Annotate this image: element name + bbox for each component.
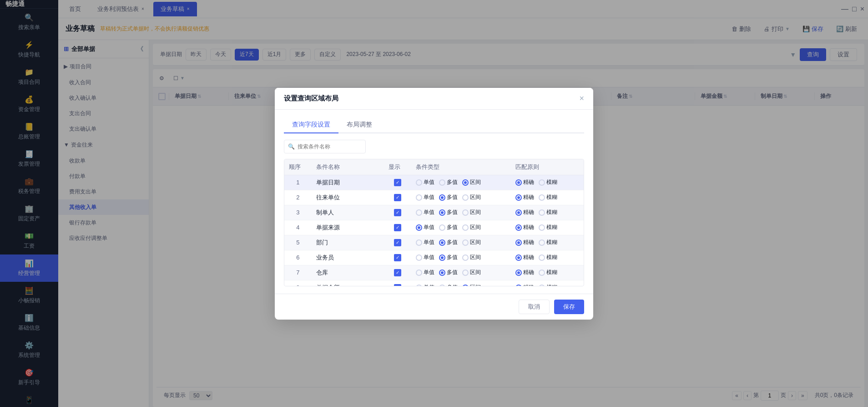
radio-match-label: 精确 (523, 193, 534, 201)
radio-match-精确[interactable]: 精确 (515, 193, 534, 201)
radio-match-模糊[interactable]: 模糊 (539, 239, 557, 246)
show-checkbox[interactable]: ✓ (394, 179, 401, 186)
td-show[interactable]: ✓ (384, 250, 411, 265)
radio-match-模糊[interactable]: 模糊 (539, 224, 557, 231)
cancel-button[interactable]: 取消 (519, 300, 550, 314)
td-type: 单值多值区间 (411, 220, 511, 235)
radio-type-区间[interactable]: 区间 (462, 269, 481, 276)
td-show[interactable]: ✓ (384, 280, 411, 286)
td-name: 单据金额 (312, 280, 384, 286)
radio-match-模糊[interactable]: 模糊 (539, 269, 557, 276)
radio-match-精确[interactable]: 精确 (515, 178, 534, 186)
radio-match-精确[interactable]: 精确 (515, 284, 534, 286)
show-checkbox[interactable]: ✓ (394, 284, 401, 286)
save-modal-button[interactable]: 保存 (554, 300, 584, 314)
td-match: 精确模糊 (511, 250, 584, 265)
radio-match-精确[interactable]: 精确 (515, 254, 534, 261)
radio-match-精确[interactable]: 精确 (515, 209, 534, 216)
td-type: 单值多值区间 (411, 280, 511, 286)
radio-match-label: 精确 (523, 209, 534, 216)
radio-type-单值[interactable]: 单值 (416, 254, 434, 261)
radio-match-精确[interactable]: 精确 (515, 269, 534, 276)
show-checkbox[interactable]: ✓ (394, 224, 401, 231)
modal-table-wrap: 顺序 条件名称 显示 条件类型 匹配原则 1单据日期✓单值多值区间精确模糊2往来… (284, 159, 584, 286)
radio-type-单值[interactable]: 单值 (416, 269, 434, 276)
search-input[interactable] (298, 143, 362, 150)
radio-type-区间[interactable]: 区间 (462, 193, 481, 201)
radio-label: 多值 (447, 269, 458, 276)
td-show[interactable]: ✓ (384, 265, 411, 280)
radio-match-模糊[interactable]: 模糊 (539, 209, 557, 216)
radio-type-区间[interactable]: 区间 (462, 224, 481, 231)
modal-tabs: 查询字段设置 布局调整 (284, 117, 584, 133)
radio-label: 区间 (470, 178, 481, 186)
radio-type-多值[interactable]: 多值 (439, 269, 458, 276)
modal-close-button[interactable]: × (579, 94, 584, 103)
radio-match-label: 精确 (523, 224, 534, 231)
td-seq: 2 (284, 190, 312, 205)
show-checkbox[interactable]: ✓ (394, 194, 401, 201)
radio-match-label: 精确 (523, 269, 534, 276)
radio-match-label: 模糊 (546, 224, 557, 231)
radio-match-label: 精确 (523, 284, 534, 286)
radio-type-多值[interactable]: 多值 (439, 209, 458, 216)
search-icon-modal: 🔍 (288, 143, 295, 150)
td-show[interactable]: ✓ (384, 205, 411, 220)
radio-type-区间[interactable]: 区间 (462, 284, 481, 286)
td-name: 单据日期 (312, 175, 384, 190)
radio-type-多值[interactable]: 多值 (439, 254, 458, 261)
td-show[interactable]: ✓ (384, 190, 411, 205)
td-name: 单据来源 (312, 220, 384, 235)
radio-type-多值[interactable]: 多值 (439, 239, 458, 246)
radio-label: 单值 (424, 284, 434, 286)
show-checkbox[interactable]: ✓ (394, 269, 401, 276)
radio-label: 单值 (424, 209, 434, 216)
td-seq: 7 (284, 265, 312, 280)
radio-match-模糊[interactable]: 模糊 (539, 193, 557, 201)
radio-type-区间[interactable]: 区间 (462, 254, 481, 261)
radio-type-区间[interactable]: 区间 (462, 239, 481, 246)
radio-match-label: 精确 (523, 239, 534, 246)
radio-type-多值[interactable]: 多值 (439, 178, 458, 186)
modal-title: 设置查询区域布局 (284, 94, 579, 103)
radio-type-多值[interactable]: 多值 (439, 193, 458, 201)
radio-type-单值[interactable]: 单值 (416, 224, 434, 231)
show-checkbox[interactable]: ✓ (394, 209, 401, 216)
radio-type-多值[interactable]: 多值 (439, 224, 458, 231)
modal-tab-layout[interactable]: 布局调整 (338, 117, 380, 133)
radio-type-单值[interactable]: 单值 (416, 209, 434, 216)
td-seq: 6 (284, 250, 312, 265)
radio-match-精确[interactable]: 精确 (515, 224, 534, 231)
radio-type-区间[interactable]: 区间 (462, 178, 481, 186)
radio-label: 单值 (424, 269, 434, 276)
td-show[interactable]: ✓ (384, 220, 411, 235)
radio-match-模糊[interactable]: 模糊 (539, 178, 557, 186)
td-show[interactable]: ✓ (384, 235, 411, 250)
radio-type-多值[interactable]: 多值 (439, 284, 458, 286)
td-match: 精确模糊 (511, 220, 584, 235)
radio-match-精确[interactable]: 精确 (515, 239, 534, 246)
radio-type-区间[interactable]: 区间 (462, 209, 481, 216)
radio-label: 多值 (447, 178, 458, 186)
radio-label: 多值 (447, 193, 458, 201)
radio-label: 多值 (447, 284, 458, 286)
radio-match-label: 模糊 (546, 239, 557, 246)
td-match: 精确模糊 (511, 280, 584, 286)
radio-label: 单值 (424, 254, 434, 261)
show-checkbox[interactable]: ✓ (394, 239, 401, 246)
radio-label: 多值 (447, 224, 458, 231)
td-show[interactable]: ✓ (384, 175, 411, 190)
radio-type-单值[interactable]: 单值 (416, 284, 434, 286)
modal-tab-fields[interactable]: 查询字段设置 (284, 117, 338, 133)
radio-match-模糊[interactable]: 模糊 (539, 254, 557, 261)
radio-match-模糊[interactable]: 模糊 (539, 284, 557, 286)
td-type: 单值多值区间 (411, 190, 511, 205)
radio-type-单值[interactable]: 单值 (416, 178, 434, 186)
td-match: 精确模糊 (511, 235, 584, 250)
show-checkbox[interactable]: ✓ (394, 254, 401, 261)
td-match: 精确模糊 (511, 205, 584, 220)
radio-label: 区间 (470, 209, 481, 216)
td-type: 单值多值区间 (411, 250, 511, 265)
radio-type-单值[interactable]: 单值 (416, 193, 434, 201)
radio-type-单值[interactable]: 单值 (416, 239, 434, 246)
